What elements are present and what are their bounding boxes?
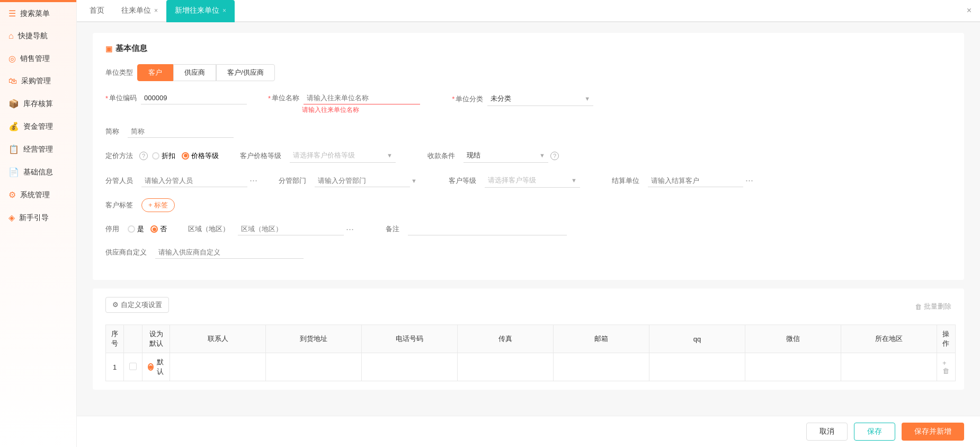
row-fax-input[interactable] <box>463 361 548 373</box>
short-name-input[interactable] <box>128 125 234 138</box>
row-wechat[interactable] <box>745 353 841 381</box>
supplier-custom-input[interactable] <box>155 246 304 259</box>
bulk-delete-button[interactable]: 🗑 批量删除 <box>915 302 951 311</box>
payment-help-icon[interactable]: ? <box>550 152 559 160</box>
unit-code-label: 单位编码 <box>109 93 137 103</box>
close-icon[interactable]: × <box>222 7 226 14</box>
pricing-discount-radio[interactable]: 折扣 <box>152 151 175 161</box>
unit-category-label: 单位分类 <box>456 94 483 104</box>
manager-input[interactable] <box>141 174 247 187</box>
row-phone[interactable] <box>362 353 458 381</box>
unit-type-both-btn[interactable]: 客户/供应商 <box>216 64 275 81</box>
row-action: + 🗑 <box>937 353 956 381</box>
table-row: 1 默认 <box>106 353 956 381</box>
search-icon: ☰ <box>8 8 16 19</box>
unit-type-customer-btn[interactable]: 客户 <box>137 64 173 81</box>
pricing-radio-group: 折扣 价格等级 <box>152 151 219 161</box>
disabled-no-radio[interactable]: 否 <box>150 224 167 234</box>
col-action: 操作 <box>937 325 956 353</box>
unit-category-select[interactable]: 未分类 ▼ <box>487 92 593 106</box>
sidebar-item-operations[interactable]: 📋 经营管理 <box>0 138 76 161</box>
sidebar-item-basic-info[interactable]: 📄 基础信息 <box>0 161 76 183</box>
region-more-icon[interactable]: ··· <box>346 224 354 235</box>
unit-name-error: 请输入往来单位名称 <box>302 106 420 115</box>
disabled-yes-radio[interactable]: 是 <box>128 224 144 234</box>
customer-price-level-select[interactable]: 请选择客户价格等级 ▼ <box>290 148 396 163</box>
save-button[interactable]: 保存 <box>854 423 895 441</box>
row-qq[interactable] <box>649 353 745 381</box>
sidebar-item-search[interactable]: ☰ 搜索菜单 <box>0 2 76 25</box>
cancel-button[interactable]: 取消 <box>806 423 848 441</box>
sidebar-item-guide[interactable]: ◈ 新手引导 <box>0 206 76 229</box>
contacts-table: 序号 设为默认 联系人 到货地址 电话号码 传真 邮箱 qq 微信 所在地区 操… <box>105 325 956 381</box>
sidebar-item-inventory[interactable]: 📦 库存核算 <box>0 92 76 115</box>
row-region-input[interactable] <box>847 361 931 373</box>
row-seq: 1 <box>106 353 124 381</box>
settlement-more-icon[interactable]: ··· <box>745 175 753 186</box>
disabled-region-remark-row: 停用 是 否 区域（地区） ··· <box>105 223 951 235</box>
region-input[interactable] <box>238 223 344 235</box>
row-address[interactable] <box>266 353 362 381</box>
code-name-category-row: * 单位编码 * 单位名称 请输入往来单位名称 * 单位分类 <box>105 92 951 115</box>
sidebar-item-finance[interactable]: 💰 资金管理 <box>0 115 76 138</box>
row-qq-input[interactable] <box>655 361 740 373</box>
col-email: 邮箱 <box>554 325 649 353</box>
pricing-level-radio[interactable]: 价格等级 <box>182 151 219 161</box>
chevron-down-icon: ▼ <box>584 95 590 102</box>
unit-name-field: * 单位名称 <box>268 92 420 104</box>
sidebar-item-sales[interactable]: ◎ 销售管理 <box>0 47 76 70</box>
row-email[interactable] <box>554 353 649 381</box>
close-icon[interactable]: × <box>154 7 158 14</box>
unit-type-supplier-btn[interactable]: 供应商 <box>173 64 216 81</box>
row-wechat-input[interactable] <box>751 361 835 373</box>
unit-code-input[interactable] <box>141 92 247 104</box>
col-address: 到货地址 <box>266 325 362 353</box>
remark-input[interactable] <box>408 223 567 235</box>
custom-settings-button[interactable]: ⚙ 自定义项设置 <box>105 297 169 313</box>
pricing-help-icon[interactable]: ? <box>139 152 148 160</box>
department-input[interactable] <box>315 174 410 187</box>
row-default-radio[interactable]: 默认 <box>148 357 164 376</box>
save-new-button[interactable]: 保存并新增 <box>902 423 964 441</box>
row-fax[interactable] <box>458 353 554 381</box>
tab-home[interactable]: 首页 <box>81 0 113 22</box>
pricing-row: 定价方法 ? 折扣 价格等级 客户价格等级 <box>105 148 951 163</box>
unit-code-field: * 单位编码 <box>105 92 247 104</box>
sidebar-item-label: 采购管理 <box>21 76 51 86</box>
row-phone-input[interactable] <box>367 361 452 373</box>
delete-row-icon[interactable]: 🗑 <box>942 367 949 375</box>
manager-more-icon[interactable]: ··· <box>250 175 257 186</box>
sidebar-item-purchase[interactable]: 🛍 采购管理 <box>0 70 76 92</box>
home-icon: ⌂ <box>8 31 14 41</box>
short-name-label: 简称 <box>105 127 119 136</box>
window-close-button[interactable]: × <box>963 4 976 17</box>
row-contact-input[interactable] <box>175 361 260 373</box>
tab-new-contact[interactable]: 新增往来单位 × <box>166 0 235 22</box>
add-row-icon[interactable]: + <box>942 359 947 367</box>
short-name-field: 简称 <box>105 125 234 138</box>
row-address-input[interactable] <box>271 361 356 373</box>
settlement-unit-input[interactable] <box>648 174 743 187</box>
row-region[interactable] <box>841 353 937 381</box>
unit-type-row: 单位类型 客户 供应商 客户/供应商 <box>105 64 951 81</box>
row-email-input[interactable] <box>559 361 644 373</box>
payment-terms-select[interactable]: 现结 ▼ <box>464 148 548 163</box>
col-region: 所在地区 <box>841 325 937 353</box>
add-tag-button[interactable]: + 标签 <box>141 198 175 212</box>
sidebar-item-shortcuts[interactable]: ⌂ 快捷导航 <box>0 25 76 47</box>
row-checkbox[interactable] <box>129 363 137 370</box>
row-checkbox-cell[interactable] <box>124 353 142 381</box>
settlement-unit-label: 结算单位 <box>612 176 639 186</box>
chevron-down-icon: ▼ <box>387 152 393 159</box>
settlement-unit-field: 结算单位 ··· <box>612 174 753 187</box>
chevron-down-icon: ▼ <box>411 178 417 184</box>
customer-level-select[interactable]: 请选择客户等级 ▼ <box>485 173 580 188</box>
info-icon: 📄 <box>8 167 19 177</box>
radio-circle-discount <box>152 152 159 160</box>
section-title: ▣ 基本信息 <box>105 43 951 54</box>
unit-name-input[interactable] <box>304 92 420 104</box>
col-default: 设为默认 <box>142 325 170 353</box>
tab-contacts[interactable]: 往来单位 × <box>113 0 166 22</box>
row-contact[interactable] <box>170 353 266 381</box>
sidebar-item-system[interactable]: ⚙ 系统管理 <box>0 183 76 206</box>
